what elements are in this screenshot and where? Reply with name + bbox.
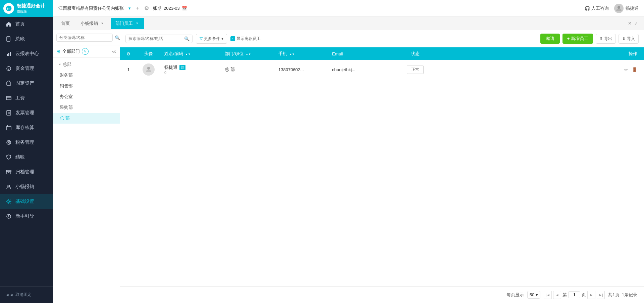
sidebar-item-ledger[interactable]: 总账 (0, 32, 53, 46)
more-filter-button[interactable]: ▽ 更多条件 ▾ (196, 34, 227, 44)
employee-search-icon[interactable]: 🔍 (184, 36, 190, 41)
dept-item-office[interactable]: 办公室 (53, 91, 120, 102)
company-dropdown-icon[interactable]: ▾ (128, 6, 131, 11)
archive-icon (5, 169, 12, 175)
calendar-icon[interactable]: 📅 (182, 6, 187, 11)
per-page-dropdown-icon: ▾ (536, 292, 538, 297)
page-first-button[interactable]: |◄ (544, 291, 552, 299)
name-sort-icon[interactable]: ▲▼ (185, 53, 191, 56)
page-unit-label: 页 (582, 292, 586, 298)
th-dept[interactable]: 部门/职位 ▲▼ (221, 47, 274, 60)
per-page-select[interactable]: 50 ▾ (527, 291, 540, 299)
show-resigned-toggle[interactable]: ✓ 显示离职员工 (230, 36, 261, 42)
dept-item-general[interactable]: 总 部 (53, 113, 120, 124)
pin-icon: ◄◄ (5, 293, 13, 297)
table-settings-icon[interactable]: ⚙ (126, 51, 130, 56)
tab-employee[interactable]: 部门员工 × (111, 18, 144, 29)
dept-tree: ▼ 总部 财务部 销售部 办公室 采购部 总 部 (53, 58, 120, 303)
sidebar-item-home[interactable]: 首页 (0, 17, 53, 32)
employee-search-input[interactable] (128, 36, 182, 41)
sidebar-footer: ◄◄ 取消固定 (0, 286, 53, 303)
dept-sort-icon[interactable]: ▲▼ (246, 53, 251, 56)
add-dept-icon[interactable]: ✎ (82, 48, 89, 55)
tab-employee-close[interactable]: × (135, 21, 140, 26)
expand-window-icon[interactable]: ⤢ (634, 21, 638, 26)
th-settings[interactable]: ⚙ (120, 47, 137, 60)
pagination: 每页显示 50 ▾ |◄ ◄ 第 页 ► ►| 共1页, 1条记录 (120, 286, 644, 303)
filter-icon: ▽ (200, 36, 203, 41)
th-name[interactable]: 姓名/编码 ▲▼ (160, 47, 221, 60)
add-company-icon[interactable]: ＋ (135, 5, 140, 12)
dept-search-area: 🔍 (53, 30, 120, 45)
edit-employee-button[interactable]: ✏ (624, 67, 628, 72)
close-window-icon[interactable]: ✕ (628, 21, 632, 26)
sidebar-item-settings[interactable]: 基础设置 (0, 194, 53, 209)
row-name-cell: 畅捷通 部 0 (160, 60, 221, 79)
import-icon: ⬇ (622, 36, 626, 41)
all-dept-header[interactable]: ⊞ 全部部门 ✎ ≪ (53, 45, 120, 58)
tab-home[interactable]: 首页 (56, 18, 74, 29)
sidebar-item-funds[interactable]: ¥ 资金管理 (0, 61, 53, 76)
close-book-icon (5, 154, 12, 161)
money-icon: ¥ (5, 65, 12, 72)
export-button[interactable]: ⬆ 导出 (596, 34, 616, 44)
sidebar-item-inventory[interactable]: 库存核算 (0, 120, 53, 135)
sidebar-item-archive[interactable]: 归档管理 (0, 165, 53, 179)
home-icon (5, 21, 12, 28)
phone-sort-icon[interactable]: ▲▼ (289, 53, 295, 56)
svg-rect-5 (7, 54, 8, 56)
topbar-settings-icon[interactable]: ⚙ (144, 5, 149, 11)
th-phone[interactable]: 手机 ▲▼ (274, 47, 328, 60)
page-prev-button[interactable]: ◄ (553, 291, 561, 299)
dept-item-finance[interactable]: 财务部 (53, 70, 120, 81)
sidebar-item-guide[interactable]: 新手引导 (0, 209, 53, 224)
sidebar-item-reports[interactable]: 云报表中心 (0, 46, 53, 61)
book-icon (5, 36, 12, 42)
user-menu[interactable]: 畅捷通 (614, 4, 639, 13)
employee-table-container: ⚙ 头像 姓名/编码 ▲▼ 部门/职位 ▲▼ (120, 47, 644, 286)
tax-icon (5, 139, 12, 146)
row-dept-cell: 总 部 (221, 60, 274, 79)
add-employee-button[interactable]: + 新增员工 (562, 34, 593, 44)
tab-report-close[interactable]: × (100, 21, 105, 26)
sidebar-item-tax[interactable]: 税务管理 (0, 135, 53, 150)
import-button[interactable]: ⬇ 导入 (619, 34, 639, 44)
topbar: 江西服宝精品有限责任公司内账张 ▾ ＋ ⚙ 账期 2023-03 📅 🎧 人工咨… (53, 0, 644, 17)
collapse-icon[interactable]: ≪ (112, 49, 116, 54)
page-last-button[interactable]: ►| (597, 291, 605, 299)
salary-icon (5, 95, 12, 101)
left-panel: 🔍 ⊞ 全部部门 ✎ ≪ ▼ 总部 财务部 销售部 办公室 采购部 总 部 (53, 30, 120, 303)
sidebar-item-assets[interactable]: 固定资产 (0, 76, 53, 91)
row-phone-cell: 138070602... (274, 60, 328, 79)
tab-report[interactable]: 小畅报销 × (76, 18, 109, 29)
settings-nav-icon (5, 198, 12, 205)
service-button[interactable]: 🎧 人工咨询 (585, 5, 609, 11)
employee-toolbar: 🔍 ▽ 更多条件 ▾ ✓ 显示离职员工 邀请 + 新增员工 ⬆ 导出 (120, 30, 644, 47)
avatar (143, 63, 155, 76)
sidebar-item-close[interactable]: 结账 (0, 150, 53, 165)
sidebar-item-salary[interactable]: 工资 (0, 91, 53, 105)
report-icon (5, 183, 12, 190)
svg-point-24 (8, 201, 10, 203)
cancel-pin-button[interactable]: ◄◄ 取消固定 (5, 290, 48, 300)
invite-button[interactable]: 邀请 (540, 34, 560, 44)
svg-point-19 (8, 141, 8, 142)
employee-name-text: 畅捷通 (164, 64, 177, 71)
guide-icon (5, 213, 12, 220)
sidebar-item-report[interactable]: 小畅报销 (0, 179, 53, 194)
row-email-cell: chanjethkj... (328, 60, 395, 79)
row-index: 1 (120, 60, 137, 79)
page-number-input[interactable] (568, 291, 580, 298)
dept-item-purchase[interactable]: 采购部 (53, 102, 120, 113)
page-next-button[interactable]: ► (587, 291, 595, 299)
svg-rect-10 (7, 82, 11, 85)
dept-item-sales[interactable]: 销售部 (53, 81, 120, 91)
dept-search-icon[interactable]: 🔍 (115, 35, 120, 40)
delete-employee-button[interactable]: 🚪 (632, 67, 637, 72)
row-avatar-cell (137, 60, 160, 79)
dept-parent-hq[interactable]: ▼ 总部 (53, 59, 120, 70)
dept-search-input[interactable] (56, 34, 113, 42)
sidebar-item-invoice[interactable]: 发票管理 (0, 105, 53, 120)
th-avatar: 头像 (137, 47, 160, 60)
th-status: 状态 (395, 47, 435, 60)
